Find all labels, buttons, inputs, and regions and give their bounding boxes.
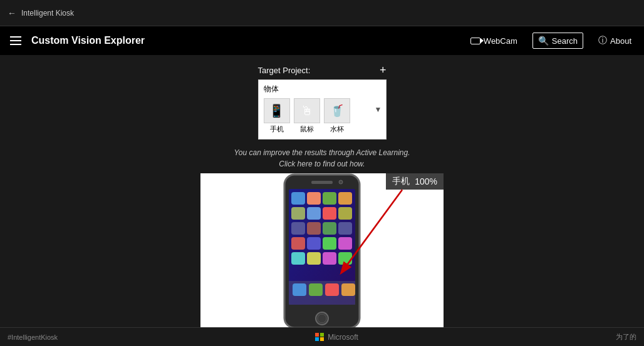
info-message: You can improve the results through Acti…: [234, 147, 410, 170]
thumb-mouse-img: 🖱: [294, 98, 320, 123]
thumb-item-cup: 🥤 水杯: [324, 98, 350, 134]
prediction-label: 手机: [392, 176, 410, 187]
microsoft-logo: [315, 333, 324, 342]
thumb-item-mouse: 🖱 鼠标: [294, 98, 320, 134]
about-button[interactable]: ⓘ About: [593, 33, 636, 49]
info-line2[interactable]: Click here to find out how.: [234, 158, 410, 170]
svg-rect-11: [291, 222, 305, 235]
header: Custom Vision Explorer WebCam 🔍 Search ⓘ…: [0, 26, 644, 55]
thumb-item-phone: 📱 手机: [264, 98, 290, 134]
add-project-button[interactable]: +: [380, 64, 387, 77]
image-area: 手机 100%: [200, 173, 444, 330]
microsoft-label: Microsoft: [328, 333, 358, 342]
prediction-box: 手机 100%: [386, 173, 444, 190]
page-title: Custom Vision Explorer: [31, 35, 145, 46]
thumb-cup-img: 🥤: [324, 98, 350, 123]
svg-rect-6: [338, 192, 352, 205]
svg-rect-27: [341, 283, 355, 296]
svg-rect-12: [307, 222, 321, 235]
info-icon: ⓘ: [598, 35, 607, 46]
svg-rect-8: [307, 207, 321, 220]
svg-rect-17: [323, 237, 336, 250]
svg-rect-3: [291, 192, 305, 205]
info-line1: You can improve the results through Acti…: [234, 147, 410, 158]
svg-rect-9: [323, 207, 336, 220]
phone-svg: [281, 173, 363, 330]
search-label: Search: [552, 36, 578, 46]
thumb-phone-img: 📱: [264, 98, 290, 123]
app-name-label: Intelligent Kiosk: [21, 9, 74, 18]
svg-rect-19: [291, 252, 305, 265]
svg-rect-28: [311, 181, 333, 184]
top-bar: ← Intelligent Kiosk: [0, 0, 644, 26]
back-arrow-icon: ←: [8, 8, 16, 18]
webcam-label: WebCam: [484, 36, 517, 46]
ms-sq-green: [320, 333, 324, 337]
thumb-mouse-label: 鼠标: [300, 125, 314, 134]
svg-rect-26: [325, 283, 339, 296]
target-project-label: Target Project:: [258, 66, 311, 75]
target-project-header: Target Project: +: [258, 64, 387, 77]
project-dropdown-arrow[interactable]: ▼: [375, 105, 382, 114]
footer: #IntelligentKiosk Microsoft 为了的: [0, 327, 644, 346]
svg-point-29: [339, 180, 343, 184]
hamburger-menu[interactable]: [8, 34, 24, 48]
header-right: WebCam 🔍 Search ⓘ About: [465, 33, 636, 49]
thumb-cup-label: 水杯: [330, 125, 344, 134]
svg-rect-5: [323, 192, 336, 205]
webcam-button[interactable]: WebCam: [465, 34, 522, 48]
footer-right-text: 为了的: [616, 332, 636, 342]
header-left: Custom Vision Explorer: [8, 34, 145, 48]
ms-sq-blue: [315, 337, 319, 341]
main-content: Target Project: + 物体 📱 手机 🖱 鼠标 🥤 水杯 ▼: [0, 55, 644, 327]
svg-rect-22: [338, 252, 352, 265]
target-project-section: Target Project: + 物体 📱 手机 🖱 鼠标 🥤 水杯 ▼: [258, 64, 387, 140]
svg-rect-25: [309, 283, 323, 296]
svg-rect-10: [338, 207, 352, 220]
project-card[interactable]: 物体 📱 手机 🖱 鼠标 🥤 水杯 ▼: [258, 79, 387, 140]
svg-rect-4: [307, 192, 321, 205]
svg-rect-18: [338, 237, 352, 250]
svg-rect-14: [338, 222, 352, 235]
svg-rect-20: [307, 252, 321, 265]
svg-rect-15: [291, 237, 305, 250]
webcam-icon: [470, 38, 480, 44]
svg-rect-16: [307, 237, 321, 250]
project-name: 物体: [264, 84, 381, 94]
svg-rect-7: [291, 207, 305, 220]
ms-sq-red: [315, 333, 319, 337]
back-button[interactable]: ← Intelligent Kiosk: [8, 8, 74, 18]
svg-rect-21: [323, 252, 336, 265]
footer-microsoft: Microsoft: [315, 333, 358, 342]
phone-image: [200, 173, 444, 330]
about-label: About: [610, 36, 631, 46]
svg-rect-13: [323, 222, 336, 235]
globe-icon: 🔍: [538, 36, 549, 46]
footer-hashtag: #IntelligentKiosk: [8, 333, 58, 341]
prediction-percent: 100%: [415, 176, 437, 186]
thumb-phone-label: 手机: [270, 125, 284, 134]
project-thumbnails: 📱 手机 🖱 鼠标 🥤 水杯: [264, 98, 381, 134]
ms-sq-yellow: [320, 337, 324, 341]
svg-rect-24: [293, 283, 306, 296]
search-button[interactable]: 🔍 Search: [532, 33, 583, 49]
